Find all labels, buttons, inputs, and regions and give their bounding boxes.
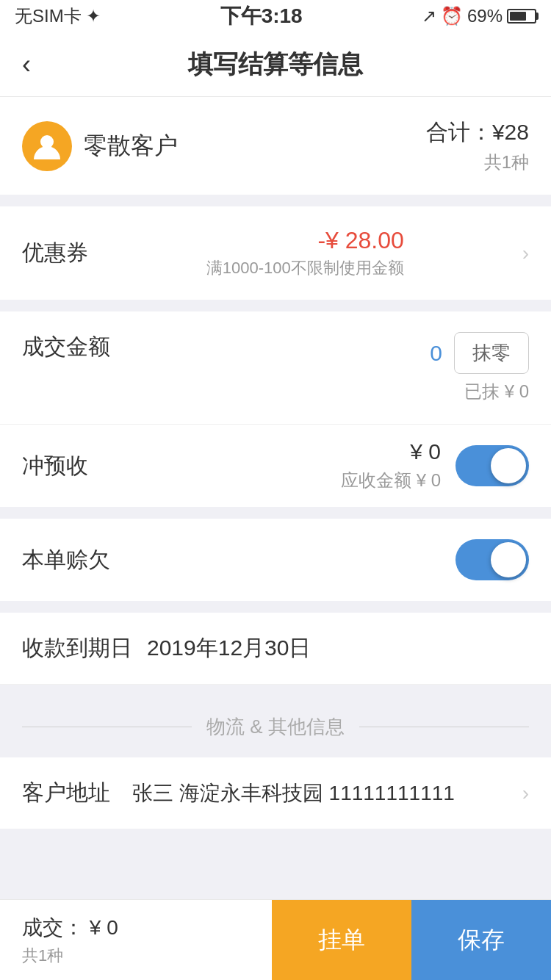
status-right: ↗ ⏰ 69% bbox=[422, 6, 536, 26]
prepayment-sub: 应收金额 ¥ 0 bbox=[341, 469, 441, 492]
prepayment-right: ¥ 0 应收金额 ¥ 0 bbox=[341, 439, 529, 492]
status-bar: 无SIM卡 ✦ 下午3:18 ↗ ⏰ 69% bbox=[0, 0, 551, 32]
bottom-deal-value: ¥ 0 bbox=[90, 916, 118, 939]
credit-row: 本单赊欠 bbox=[0, 519, 551, 601]
customer-total: 合计：¥28 共1种 bbox=[426, 118, 529, 174]
customer-left: 零散客户 bbox=[22, 121, 178, 171]
due-date-label: 收款到期日 bbox=[22, 633, 132, 663]
status-time: 下午3:18 bbox=[220, 2, 303, 30]
mozero-button[interactable]: 抹零 bbox=[454, 332, 529, 374]
coupon-amount: -¥ 28.00 bbox=[206, 227, 404, 254]
coupon-chevron: › bbox=[522, 242, 529, 265]
customer-name: 零散客户 bbox=[84, 130, 178, 162]
credit-toggle-knob bbox=[491, 542, 526, 577]
address-chevron: › bbox=[522, 782, 529, 805]
prepayment-label: 冲预收 bbox=[22, 451, 88, 481]
bottom-deal-label: 成交： bbox=[22, 916, 84, 939]
bottom-info: 成交： ¥ 0 共1种 bbox=[0, 900, 272, 980]
coupon-desc: 满1000-100不限制使用金额 bbox=[206, 257, 404, 279]
deal-amount-right: 0 抹零 已抹 ¥ 0 bbox=[430, 332, 529, 403]
bottom-count: 共1种 bbox=[22, 945, 250, 967]
main-content: 零散客户 合计：¥28 共1种 优惠券 -¥ 28.00 满1000-100不限… bbox=[0, 97, 551, 980]
status-left: 无SIM卡 ✦ bbox=[15, 4, 101, 28]
coupon-row[interactable]: 优惠券 -¥ 28.00 满1000-100不限制使用金额 › bbox=[0, 206, 551, 300]
deal-amount-value: 0 bbox=[430, 341, 442, 366]
coupon-label: 优惠券 bbox=[22, 238, 88, 268]
due-date-value: 2019年12月30日 bbox=[147, 633, 311, 663]
page-title: 填写结算等信息 bbox=[188, 48, 363, 82]
nav-bar: ‹ 填写结算等信息 bbox=[0, 32, 551, 97]
amount-section: 成交金额 0 抹零 已抹 ¥ 0 冲预收 ¥ 0 应收金额 ¥ 0 bbox=[0, 311, 551, 507]
address-label: 客户地址 bbox=[22, 778, 110, 808]
save-button[interactable]: 保存 bbox=[411, 900, 551, 980]
total-count: 共1种 bbox=[426, 151, 529, 174]
back-button[interactable]: ‹ bbox=[22, 49, 66, 80]
alarm-icon: ⏰ bbox=[441, 6, 463, 26]
battery-percent: 69% bbox=[467, 6, 503, 26]
deal-amount-row: 成交金额 0 抹零 已抹 ¥ 0 bbox=[0, 311, 551, 425]
coupon-card: 优惠券 -¥ 28.00 满1000-100不限制使用金额 › bbox=[0, 206, 551, 300]
avatar bbox=[22, 121, 72, 171]
logistics-label: 物流 & 其他信息 bbox=[192, 714, 359, 740]
prepayment-row: 冲预收 ¥ 0 应收金额 ¥ 0 bbox=[0, 425, 551, 507]
divider-line-left bbox=[22, 727, 192, 727]
divider-line-right bbox=[359, 727, 529, 727]
hang-button[interactable]: 挂单 bbox=[272, 900, 411, 980]
prepayment-main: ¥ 0 bbox=[410, 439, 441, 464]
already-deducted: 已抹 ¥ 0 bbox=[464, 380, 529, 403]
location-icon: ↗ bbox=[422, 6, 436, 26]
deal-amount-top: 0 抹零 bbox=[430, 332, 529, 374]
deal-amount-label: 成交金额 bbox=[22, 332, 110, 362]
sim-text: 无SIM卡 ✦ bbox=[15, 4, 101, 28]
due-date-row: 收款到期日 2019年12月30日 bbox=[0, 613, 551, 685]
prepayment-toggle[interactable] bbox=[455, 445, 529, 486]
bottom-deal: 成交： ¥ 0 bbox=[22, 914, 250, 942]
credit-toggle[interactable] bbox=[455, 539, 529, 580]
bottom-bar: 成交： ¥ 0 共1种 挂单 保存 bbox=[0, 899, 551, 980]
logistics-divider: 物流 & 其他信息 bbox=[0, 696, 551, 757]
credit-label: 本单赊欠 bbox=[22, 545, 110, 575]
battery-icon bbox=[507, 9, 536, 24]
address-value: 张三 海淀永丰科技园 11111111111 bbox=[132, 779, 508, 807]
total-amount: 合计：¥28 bbox=[426, 118, 529, 148]
toggle-knob bbox=[491, 448, 526, 483]
prepayment-values: ¥ 0 应收金额 ¥ 0 bbox=[341, 439, 441, 492]
address-row[interactable]: 客户地址 张三 海淀永丰科技园 11111111111 › bbox=[0, 757, 551, 829]
coupon-value-block: -¥ 28.00 满1000-100不限制使用金额 bbox=[206, 227, 404, 279]
customer-row: 零散客户 合计：¥28 共1种 bbox=[0, 97, 551, 195]
